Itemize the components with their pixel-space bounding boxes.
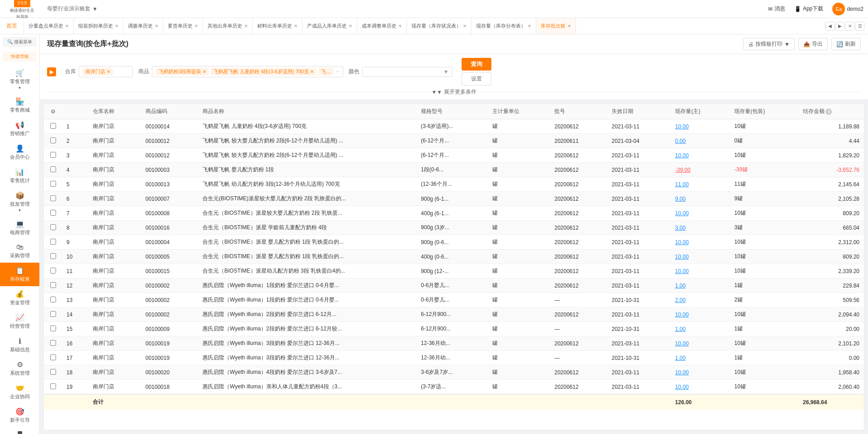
td-qty-main[interactable]: 10.00 <box>670 148 730 163</box>
td-qty-main[interactable]: 3.00 <box>670 221 730 235</box>
tab-close[interactable]: ✕ <box>65 24 69 28</box>
user-btn[interactable]: Ea demo2 <box>832 3 863 15</box>
sidebar-shortcut[interactable]: 快捷导航 <box>3 52 37 61</box>
sidebar-item-new-guide[interactable]: 🎯 新手引导 <box>0 404 39 427</box>
td-qty-main[interactable]: 10.00 <box>670 380 730 395</box>
sidebar-item-member[interactable]: 👤 会员中心 <box>0 141 39 164</box>
sidebar-item-system[interactable]: ⚙ 系统管理 <box>0 357 39 380</box>
td-settings[interactable] <box>44 192 62 206</box>
td-settings[interactable] <box>44 336 62 351</box>
row-checkbox[interactable] <box>50 369 56 375</box>
tab-home[interactable]: 首页 <box>0 18 24 34</box>
sidebar-item-purchase[interactable]: 🛍 采购管理 <box>0 240 39 263</box>
warehouse-selector[interactable]: 母婴行业演示账套 ▼ <box>47 5 119 13</box>
td-settings[interactable] <box>44 380 62 395</box>
td-qty-main[interactable]: 10.00 <box>670 336 730 351</box>
td-qty-main[interactable]: -39.00 <box>670 163 730 177</box>
td-settings[interactable] <box>44 119 62 134</box>
td-settings[interactable] <box>44 134 62 148</box>
warehouse-tag-close[interactable]: ✕ <box>107 69 110 74</box>
td-settings[interactable] <box>44 278 62 293</box>
sidebar-search[interactable]: 🔍 搜索菜单 <box>3 37 37 47</box>
filter-more-dots[interactable]: ··· <box>335 69 339 74</box>
td-qty-main[interactable]: 10.00 <box>670 307 730 322</box>
message-btn[interactable]: ✉ 消息 <box>768 5 785 13</box>
row-checkbox[interactable] <box>50 268 56 274</box>
td-qty-main[interactable]: 9.00 <box>670 192 730 206</box>
sidebar-item-app-center[interactable]: 📱 应用中心 <box>0 427 39 434</box>
query-btn[interactable]: 查询 <box>462 58 491 71</box>
sidebar-item-ecommerce[interactable]: 💻 电商管理 <box>0 216 39 240</box>
td-settings[interactable] <box>44 163 62 177</box>
download-btn[interactable]: 📱 App下载 <box>794 5 823 13</box>
row-checkbox[interactable] <box>50 340 56 346</box>
td-settings[interactable] <box>44 148 62 163</box>
product-tag-1[interactable]: 飞鹤奶粉3段两提装 ✕ <box>156 68 209 75</box>
tab-stock-dist[interactable]: 现存量（库存分布表） ✕ <box>472 18 536 34</box>
td-qty-main[interactable]: 1.00 <box>670 322 730 336</box>
tab-close[interactable]: ✕ <box>194 24 198 28</box>
tab-mix[interactable]: 调拨单历史 ✕ <box>123 18 163 34</box>
row-checkbox[interactable] <box>50 152 56 158</box>
row-checkbox[interactable] <box>50 137 56 143</box>
refresh-btn[interactable]: 🔄 刷新 <box>831 38 861 50</box>
row-checkbox[interactable] <box>50 224 56 230</box>
td-settings[interactable] <box>44 264 62 278</box>
warehouse-filter-value[interactable]: 南岸门店 ✕ <box>79 66 133 77</box>
row-checkbox[interactable] <box>50 354 56 360</box>
td-settings[interactable] <box>44 322 62 336</box>
tab-close[interactable]: ✕ <box>567 24 571 28</box>
tab-close[interactable]: ✕ <box>244 24 248 28</box>
row-checkbox[interactable] <box>50 311 56 317</box>
balance-info-icon[interactable]: ℹ <box>826 108 832 115</box>
sidebar-item-inventory[interactable]: 📋 库存核算 <box>0 263 39 286</box>
sidebar-item-enterprise[interactable]: 🤝 企业协同 <box>0 380 39 404</box>
sidebar-item-marketing[interactable]: 📢 营销推广 <box>0 117 39 141</box>
td-settings[interactable] <box>44 206 62 221</box>
row-checkbox[interactable] <box>50 210 56 216</box>
sidebar-item-retail-stats[interactable]: 📊 零售统计 <box>0 164 39 188</box>
tab-batch-accounts[interactable]: 库存批次账 ✕ <box>536 18 576 34</box>
td-qty-main[interactable]: 2.00 <box>670 293 730 307</box>
color-filter-value[interactable]: ▼ <box>362 67 453 77</box>
tab-cost-adjust[interactable]: 成本调整单历史 ✕ <box>357 18 407 34</box>
td-settings[interactable] <box>44 235 62 250</box>
td-settings[interactable] <box>44 365 62 380</box>
td-qty-main[interactable]: 10.00 <box>670 235 730 250</box>
tab-menu-btn[interactable]: ☰ <box>855 22 864 31</box>
template-print-btn[interactable]: 🖨 按模板打印 ▼ <box>743 38 795 50</box>
row-checkbox[interactable] <box>50 297 56 302</box>
tab-close[interactable]: ✕ <box>349 24 352 28</box>
td-qty-main[interactable]: 0.00 <box>670 134 730 148</box>
product-tag-2[interactable]: 飞鹤星飞帆 儿童奶粉 4段(3-6岁适用) 700克 ✕ <box>211 68 316 75</box>
product-tag-2-close[interactable]: ✕ <box>310 69 314 74</box>
row-checkbox[interactable] <box>50 383 56 389</box>
tab-stock-status[interactable]: 现存量（库存状况表） ✕ <box>407 18 472 34</box>
td-qty-main[interactable]: 10.00 <box>670 365 730 380</box>
row-checkbox[interactable] <box>50 282 56 288</box>
row-checkbox[interactable] <box>50 181 56 187</box>
td-qty-main[interactable]: 11.00 <box>670 177 730 192</box>
th-settings[interactable]: ⚙ <box>44 104 62 119</box>
row-checkbox[interactable] <box>50 166 56 172</box>
td-qty-main[interactable]: 10.00 <box>670 250 730 264</box>
expand-more-btn[interactable]: ▼▼ 展开更多条件 <box>431 88 476 96</box>
td-qty-main[interactable]: 10.00 <box>670 264 730 278</box>
tab-prev-btn[interactable]: ◀ <box>826 22 835 31</box>
td-settings[interactable] <box>44 307 62 322</box>
sidebar-item-operation[interactable]: 📈 经营管理 <box>0 310 39 333</box>
expand-filter-btn[interactable]: ▶ <box>47 67 56 76</box>
tab-close[interactable]: ✕ <box>398 24 402 28</box>
sidebar-item-finance[interactable]: 💰 资金管理 <box>0 286 39 310</box>
tab-close[interactable]: ✕ <box>115 24 118 28</box>
td-qty-main[interactable]: 1.00 <box>670 351 730 365</box>
sidebar-item-retail-mall[interactable]: 🏪 零售商城 <box>0 94 39 117</box>
row-checkbox[interactable] <box>50 253 56 259</box>
tab-close[interactable]: ✕ <box>528 24 531 28</box>
settings-btn[interactable]: 设置 <box>462 72 491 85</box>
row-checkbox[interactable] <box>50 239 56 245</box>
row-checkbox[interactable] <box>50 123 56 129</box>
td-qty-main[interactable]: 1.00 <box>670 278 730 293</box>
product-tag-3[interactable]: 飞… <box>318 68 334 75</box>
row-checkbox[interactable] <box>50 195 56 201</box>
